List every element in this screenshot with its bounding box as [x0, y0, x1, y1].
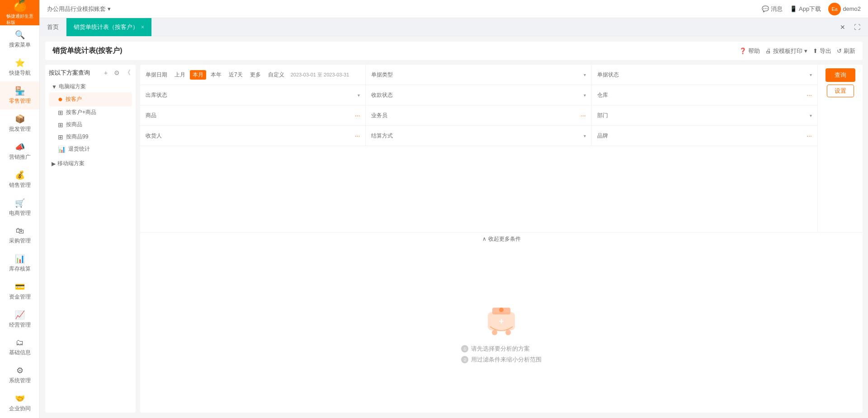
date-btn-custom[interactable]: 自定义 — [265, 70, 287, 80]
header-left: 办公用品行业模拟账套 ▾ — [47, 5, 111, 13]
sidebar-menu: 🔍 搜索菜单 ⭐ 快捷导航 🏪 零售管理 📦 批发管理 📣 营销推广 💰 销售管… — [0, 25, 39, 418]
date-btn-7days[interactable]: 近7天 — [226, 70, 245, 80]
refresh-button[interactable]: ↺ 刷新 — [837, 47, 855, 55]
filter-row-1: 单据日期 上月 本月 本年 近7天 更多 自定义 2023-03-01 至 20… — [140, 65, 817, 85]
out-status-select[interactable]: ▾ — [172, 93, 360, 98]
scheme-group-mobile-title[interactable]: ▶ 移动端方案 — [49, 158, 132, 169]
avatar: Ea — [828, 3, 841, 15]
tab-sales-stat[interactable]: 销货单统计表（按客户） × — [66, 18, 152, 36]
sidebar-item-finance[interactable]: 💳 资金管理 — [0, 277, 39, 305]
sidebar-item-purchase[interactable]: 🛍 采购管理 — [0, 222, 39, 249]
goods-select[interactable]: ··· — [172, 112, 360, 119]
scheme-item-by-goods-99-label: 按商品99 — [66, 133, 88, 141]
sidebar-item-wholesale[interactable]: 📦 批发管理 — [0, 109, 39, 138]
maximize-button[interactable]: ⛶ — [852, 22, 863, 33]
print-button[interactable]: 🖨 按模板打印 ▾ — [765, 47, 807, 55]
receiver-dots-icon[interactable]: ··· — [355, 132, 360, 139]
close-tab-icon[interactable]: × — [141, 24, 144, 30]
settlement-select[interactable]: ▾ — [397, 133, 585, 138]
sidebar-item-ecommerce[interactable]: 🛒 电商管理 — [0, 194, 39, 222]
goods-dots-icon[interactable]: ··· — [355, 112, 360, 119]
filter-row-2: 出库状态 ▾ 收款状态 ▾ — [140, 85, 817, 105]
action-col: 查询 设置 — [817, 65, 863, 232]
receipt-status-select[interactable]: ▾ — [397, 93, 585, 98]
receiver-select[interactable]: ··· — [172, 132, 360, 139]
receipt-status-label: 收款状态 — [371, 91, 394, 99]
sidebar-item-system-label: 系统管理 — [9, 377, 31, 385]
collapse-scheme-button[interactable]: 《 — [123, 68, 132, 77]
date-btn-last-month[interactable]: 上月 — [172, 70, 188, 80]
industry-label: 办公用品行业模拟账套 — [47, 5, 106, 13]
scheme-item-by-goods-99[interactable]: ⊞ 按商品99 — [49, 131, 132, 143]
collapse-bar[interactable]: ∧ 收起更多条件 — [140, 232, 863, 246]
sidebar-item-operation[interactable]: 📈 经营管理 — [0, 305, 39, 333]
sidebar-item-retail[interactable]: 🏪 零售管理 — [0, 81, 39, 109]
sidebar-item-inventory[interactable]: 📊 库存核算 — [0, 249, 39, 277]
scheme-group-pc-title[interactable]: ▼ 电脑端方案 — [49, 81, 132, 92]
doc-status-select[interactable]: ▾ — [623, 72, 812, 77]
sidebar-item-quicknav-label: 快捷导航 — [9, 69, 31, 77]
user-info[interactable]: Ea demo2 — [828, 3, 861, 15]
sidebar-item-quicknav[interactable]: ⭐ 快捷导航 — [0, 53, 39, 81]
wholesale-icon: 📦 — [15, 114, 25, 124]
inventory-icon: 📊 — [15, 254, 25, 264]
add-scheme-button[interactable]: + — [101, 68, 110, 77]
scheme-item-return-stat[interactable]: 📊 退货统计 — [49, 143, 132, 155]
date-range-text: 2023-03-01 至 2023-03-31 — [291, 71, 349, 78]
sidebar-item-purchase-label: 采购管理 — [9, 237, 31, 245]
settings-button[interactable]: 设置 — [827, 85, 854, 97]
date-btn-more[interactable]: 更多 — [247, 70, 264, 80]
query-button[interactable]: 查询 — [826, 68, 855, 82]
sidebar-item-basic[interactable]: 🗂 基础信息 — [0, 333, 39, 361]
employee-select[interactable]: ··· — [397, 112, 585, 119]
sidebar-item-enterprise[interactable]: 🤝 企业协同 — [0, 389, 39, 417]
department-select[interactable]: ▾ — [623, 113, 812, 118]
export-button[interactable]: ⬆ 导出 — [813, 47, 831, 55]
tab-home[interactable]: 首页 — [40, 18, 66, 36]
date-btn-this-year[interactable]: 本年 — [208, 70, 224, 80]
scheme-panel: 按以下方案查询 + ⚙ 《 ▼ 电脑端方案 ● 按客户 — [45, 65, 136, 413]
tip-2-text: 用过滤条件来缩小分析范围 — [471, 356, 542, 364]
warehouse-label: 仓库 — [597, 91, 620, 99]
filter-row-3: 商品 ··· 业务员 ··· — [140, 105, 817, 126]
scheme-item-by-customer-goods[interactable]: ⊞ 按客户+商品 — [49, 106, 132, 119]
industry-dropdown[interactable]: 办公用品行业模拟账套 ▾ — [47, 5, 111, 13]
sidebar-item-sales[interactable]: 💰 销售管理 — [0, 166, 39, 194]
group-label: 电脑端方案 — [59, 83, 86, 90]
tabs-bar: 首页 销货单统计表（按客户） × ✕ ⛶ — [40, 18, 868, 36]
scheme-group-pc: ▼ 电脑端方案 ● 按客户 ⊞ 按客户+商品 ⊞ 按商品 — [49, 81, 132, 155]
settings-scheme-button[interactable]: ⚙ — [112, 68, 121, 77]
scheme-item-by-goods[interactable]: ⊞ 按商品 — [49, 119, 132, 131]
scheme-panel-title: 按以下方案查询 — [49, 69, 90, 77]
employee-dots-icon[interactable]: ··· — [580, 112, 586, 119]
sidebar-item-search[interactable]: 🔍 搜索菜单 — [0, 25, 39, 53]
scheme-item-return-stat-label: 退货统计 — [68, 145, 90, 153]
brand-dots-icon[interactable]: ··· — [807, 132, 812, 139]
chart-icon: 📊 — [58, 146, 66, 153]
app-download-button[interactable]: 📱 App下载 — [790, 5, 821, 13]
sidebar-item-marketing[interactable]: 📣 营销推广 — [0, 138, 39, 166]
sidebar-item-system[interactable]: ⚙ 系统管理 — [0, 361, 39, 389]
warehouse-select[interactable]: ··· — [623, 91, 812, 99]
filter-cell-out-status: 出库状态 ▾ — [140, 85, 366, 105]
doc-type-select[interactable]: ▾ — [397, 72, 585, 77]
scheme-item-by-customer[interactable]: ● 按客户 — [49, 92, 132, 106]
sidebar-item-enterprise-label: 企业协同 — [9, 405, 31, 413]
help-button[interactable]: ❓ 帮助 — [739, 47, 760, 55]
grid-icon-1: ⊞ — [58, 121, 63, 128]
collapse-up-icon: ∧ — [482, 236, 486, 242]
close-window-button[interactable]: ✕ — [837, 22, 848, 33]
warehouse-dots-icon[interactable]: ··· — [807, 91, 812, 99]
sidebar-item-retail-label: 零售管理 — [9, 97, 31, 105]
date-btn-this-month[interactable]: 本月 — [190, 70, 206, 80]
message-button[interactable]: 💬 消息 — [762, 5, 783, 13]
employee-label: 业务员 — [371, 112, 394, 119]
brand-select[interactable]: ··· — [623, 132, 812, 139]
scheme-group-mobile: ▶ 移动端方案 — [49, 158, 132, 169]
filter-cell-warehouse: 仓库 ··· — [592, 85, 817, 105]
filter-cell-doc-status: 单据状态 ▾ — [592, 65, 817, 85]
filter-query-panel: 单据日期 上月 本月 本年 近7天 更多 自定义 2023-03-01 至 20… — [140, 65, 863, 413]
tabs-right: ✕ ⛶ — [837, 22, 868, 33]
settlement-label: 结算方式 — [371, 132, 394, 140]
scheme-header: 按以下方案查询 + ⚙ 《 — [49, 68, 132, 77]
